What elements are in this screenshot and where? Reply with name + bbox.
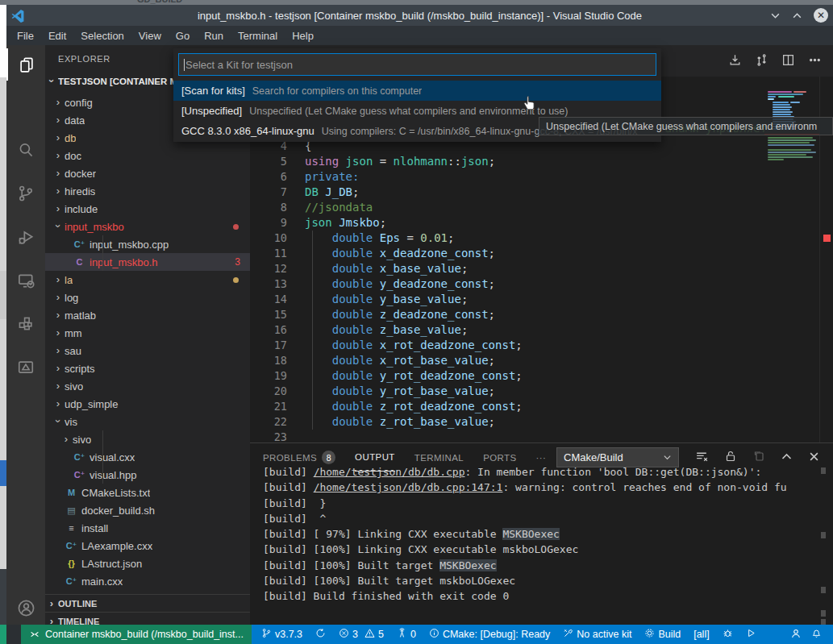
account-icon[interactable] (6, 592, 45, 624)
tree-item-sau[interactable]: ›sau (45, 342, 250, 359)
tree-item-install[interactable]: ≡install (45, 519, 250, 537)
install-kit-icon[interactable] (728, 53, 742, 69)
ports-item[interactable]: 0 (392, 625, 421, 644)
remote-explorer-icon[interactable] (6, 264, 45, 297)
code-token: :: (448, 154, 461, 169)
minimap-row (768, 98, 774, 100)
close-button[interactable]: ✕ (814, 8, 828, 23)
code-token: double (332, 322, 373, 338)
cmake-status-item[interactable]: CMake: [Debug]: Ready (424, 625, 555, 644)
menu-item-file[interactable]: File (10, 30, 41, 42)
tree-item-docker_build.sh[interactable]: ▤docker_build.sh (45, 501, 250, 519)
output-text: [build] Build finished with exit code 0 (263, 590, 509, 602)
tree-item-matlab[interactable]: ›matlab (45, 306, 250, 324)
tree-item-main.cxx[interactable]: C⁺main.cxx (45, 572, 250, 590)
code-token (305, 322, 332, 338)
tree-item-input_mskbo[interactable]: ›input_mskbo (45, 218, 250, 235)
clear-output-icon[interactable] (695, 450, 709, 466)
minimize-button[interactable] (770, 10, 781, 21)
tree-item-vis[interactable]: ›vis (45, 413, 250, 430)
tree-item-log[interactable]: ›log (45, 289, 250, 306)
split-editor-icon[interactable] (781, 53, 795, 69)
line-number: 15 (250, 307, 305, 322)
tree-item-sivo[interactable]: ›sivo (45, 430, 250, 448)
menu-item-edit[interactable]: Edit (41, 30, 73, 42)
menu-item-help[interactable]: Help (285, 30, 321, 42)
output-file-link[interactable]: /home/testjson/db/db.cpp:147:1 (314, 481, 503, 493)
search-icon[interactable] (6, 134, 45, 166)
output-log[interactable]: [build] /home/testjson/db/db.cpp: In mem… (263, 464, 827, 605)
tree-item-LAstruct.json[interactable]: {}LAstruct.json (45, 555, 250, 572)
vscode-logo-icon (11, 9, 25, 23)
feedback-item[interactable] (785, 625, 806, 644)
build-target-item[interactable]: [all] (689, 625, 714, 644)
tree-item-label: docker_build.sh (81, 505, 155, 517)
cmake-icon[interactable] (6, 351, 45, 384)
launch-item[interactable] (741, 625, 761, 644)
outline-section[interactable]: ›OUTLINE (45, 594, 250, 613)
output-file-link[interactable]: /home/testjson/db/db.cpp (314, 466, 465, 478)
tree-indent-guide (102, 430, 103, 448)
tree-item-udp_simple[interactable]: ›udp_simple (45, 395, 250, 413)
lock-icon[interactable] (724, 450, 737, 465)
extensions-icon[interactable] (6, 308, 45, 340)
compare-changes-icon[interactable] (755, 53, 768, 69)
tree-item-visual.cxx[interactable]: C⁺visual.cxx (45, 448, 250, 466)
explorer-icon[interactable] (6, 48, 45, 81)
panel-ruler-mark (821, 587, 826, 593)
code-token: double (332, 276, 373, 292)
run-and-debug-icon[interactable] (6, 221, 45, 253)
tree-item-LAexample.cxx[interactable]: C⁺LAexample.cxx (45, 537, 250, 555)
maximize-button[interactable] (792, 10, 802, 21)
menu-item-selection[interactable]: Selection (73, 30, 131, 42)
code-line: 16 double z_base_value; (250, 322, 766, 338)
cmake-version-item[interactable]: v3.7.3 (256, 625, 307, 644)
chevron-right-icon: › (52, 167, 65, 179)
more-actions-icon[interactable] (808, 53, 822, 69)
file-type-icon: M (65, 488, 78, 497)
minimap[interactable] (764, 91, 819, 462)
tree-item-la[interactable]: ›la (45, 271, 250, 289)
code-line: 21 double z_rot_deadzone_const; (250, 399, 766, 414)
tree-item-visual.hpp[interactable]: C⁺visual.hpp (45, 466, 250, 484)
tree-item-sivo[interactable]: ›sivo (45, 377, 250, 395)
minimap-row (768, 152, 816, 153)
code-token (373, 368, 379, 384)
panel-tab-label: OUTPUT (355, 452, 395, 462)
tree-item-label: LAexample.cxx (81, 540, 152, 552)
tree-item-CMakeLists.txt[interactable]: MCMakeLists.txt (45, 484, 250, 501)
open-output-in-editor-icon[interactable] (752, 450, 765, 465)
active-kit-item[interactable]: No active kit (558, 625, 636, 644)
tree-item-include[interactable]: ›include (45, 200, 250, 218)
menu-item-go[interactable]: Go (169, 30, 197, 42)
tree-item-scripts[interactable]: ›scripts (45, 359, 250, 377)
code-token: ; (461, 261, 468, 276)
close-panel-icon[interactable] (808, 451, 820, 465)
build-item[interactable]: Build (639, 625, 685, 644)
code-line: 19 double y_rot_deadzone_const; (250, 368, 766, 384)
tree-item-input_mskbo.cpp[interactable]: C⁺input_mskbo.cpp (45, 235, 250, 253)
timeline-section[interactable]: ›TIMELINE (45, 612, 250, 625)
menu-item-run[interactable]: Run (197, 30, 231, 42)
output-line: [build] } (263, 496, 827, 511)
menu-item-view[interactable]: View (131, 30, 169, 42)
tree-item-doc[interactable]: ›doc (45, 147, 250, 164)
source-control-icon[interactable] (6, 177, 45, 210)
quickpick-input[interactable]: Select a Kit for testjson (178, 53, 656, 76)
chevron-right-icon: › (52, 273, 65, 285)
maximize-panel-icon[interactable] (781, 451, 793, 465)
chevron-right-icon: › (52, 114, 65, 126)
branch-icon (261, 628, 272, 641)
debug-item[interactable] (718, 625, 738, 644)
menu-item-terminal[interactable]: Terminal (231, 30, 285, 42)
remote-indicator[interactable]: Container mskbo_build (/mskbo_build_inst… (21, 625, 252, 644)
quickpick-item-0[interactable]: [Scan for kits]Search for compilers on t… (173, 81, 661, 101)
tree-item-hiredis[interactable]: ›hiredis (45, 182, 250, 200)
line-number: 18 (250, 353, 305, 368)
problems-item[interactable]: 35 (334, 625, 389, 644)
tree-item-input_mskbo.h[interactable]: Cinput_mskbo.h3 (45, 253, 250, 271)
tree-item-docker[interactable]: ›docker (45, 164, 250, 182)
tree-item-mm[interactable]: ›mm (45, 324, 250, 342)
sync-item[interactable] (310, 625, 331, 644)
notifications-item[interactable] (806, 625, 827, 644)
